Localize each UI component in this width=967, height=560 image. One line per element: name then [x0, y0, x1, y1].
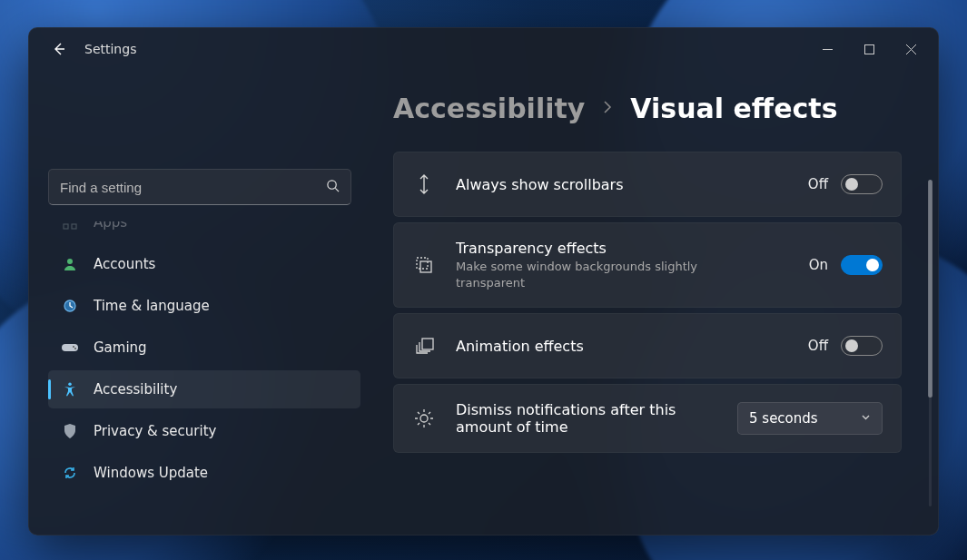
sidebar-item-label: Time & language — [94, 298, 210, 314]
svg-point-15 — [420, 415, 428, 422]
sidebar-item-gaming[interactable]: Gaming — [48, 329, 360, 367]
svg-rect-12 — [417, 258, 428, 269]
svg-rect-0 — [864, 44, 873, 54]
toggle-state-label: Off — [808, 176, 828, 192]
setting-title: Dismiss notifications after this amount … — [456, 401, 683, 436]
app-title: Settings — [84, 42, 136, 56]
breadcrumb: Accessibility Visual effects — [393, 93, 913, 124]
setting-title: Always show scrollbars — [456, 176, 788, 193]
sidebar-item-privacy-security[interactable]: Privacy & security — [48, 412, 360, 450]
settings-window: Settings — [28, 27, 939, 535]
update-icon — [61, 464, 79, 482]
svg-rect-14 — [422, 339, 433, 349]
animation-toggle[interactable] — [841, 336, 883, 356]
close-icon — [906, 44, 916, 54]
search-icon — [326, 179, 340, 196]
setting-title: Transparency effects — [456, 240, 789, 257]
maximize-icon — [864, 44, 874, 54]
setting-scrollbars[interactable]: Always show scrollbars Off — [393, 152, 902, 217]
sidebar-item-label: Windows Update — [94, 465, 208, 481]
titlebar: Settings — [28, 27, 939, 71]
svg-rect-13 — [420, 261, 431, 272]
dismiss-time-dropdown[interactable]: 5 seconds — [737, 402, 883, 435]
chevron-right-icon — [601, 100, 614, 117]
brightness-icon — [412, 408, 436, 428]
person-icon — [61, 255, 79, 273]
scrollbar-thumb[interactable] — [928, 180, 932, 398]
dropdown-value: 5 seconds — [749, 410, 818, 427]
content-scrollbar[interactable] — [929, 180, 932, 506]
sidebar-item-accounts[interactable]: Accounts — [48, 245, 360, 283]
setting-transparency[interactable]: Transparency effects Make some window ba… — [393, 222, 902, 308]
apps-icon — [61, 221, 79, 231]
sidebar-item-label: Accounts — [94, 256, 155, 272]
shield-icon — [61, 422, 79, 440]
toggle-state-label: Off — [808, 338, 828, 354]
minimize-icon — [823, 44, 833, 54]
sidebar-item-time-language[interactable]: Time & language — [48, 287, 360, 325]
toggle-state-label: On — [809, 257, 828, 273]
sidebar-item-label: Accessibility — [94, 381, 177, 398]
gamepad-icon — [61, 339, 79, 357]
transparency-icon — [412, 255, 436, 275]
search-box[interactable] — [48, 169, 351, 205]
breadcrumb-current: Visual effects — [630, 93, 837, 124]
sidebar-item-accessibility[interactable]: Accessibility — [48, 370, 360, 408]
sidebar: Apps Accounts Time & language — [28, 71, 380, 535]
scrollbars-toggle[interactable] — [841, 174, 883, 194]
sidebar-nav: Apps Accounts Time & language — [48, 221, 360, 530]
chevron-down-icon — [861, 412, 871, 425]
back-button[interactable] — [44, 34, 74, 64]
sidebar-item-label: Privacy & security — [94, 423, 216, 439]
sidebar-item-windows-update[interactable]: Windows Update — [48, 454, 360, 492]
svg-point-11 — [68, 383, 72, 387]
minimize-button[interactable] — [806, 31, 848, 67]
svg-point-9 — [73, 346, 74, 348]
svg-rect-5 — [72, 224, 76, 229]
svg-rect-4 — [64, 224, 68, 229]
breadcrumb-parent[interactable]: Accessibility — [393, 93, 585, 124]
setting-animation[interactable]: Animation effects Off — [393, 313, 902, 378]
close-button[interactable] — [890, 31, 932, 67]
sidebar-item-label: Apps — [94, 221, 127, 231]
clock-globe-icon — [61, 297, 79, 315]
search-input[interactable] — [60, 180, 326, 195]
scrollbar-icon — [412, 174, 436, 194]
svg-point-6 — [67, 259, 73, 264]
maximize-button[interactable] — [848, 31, 890, 67]
setting-title: Animation effects — [456, 338, 788, 355]
setting-dismiss-notifications[interactable]: Dismiss notifications after this amount … — [393, 384, 902, 453]
sidebar-item-label: Gaming — [94, 339, 147, 356]
sidebar-item-apps[interactable]: Apps — [48, 221, 360, 241]
animation-icon — [412, 338, 436, 354]
setting-description: Make some window backgrounds slightly tr… — [456, 259, 701, 290]
transparency-toggle[interactable] — [841, 255, 883, 275]
window-controls — [806, 31, 932, 67]
svg-rect-8 — [62, 344, 78, 351]
content-area: Accessibility Visual effects Always show… — [380, 71, 939, 535]
accessibility-icon — [61, 380, 79, 398]
svg-point-10 — [74, 348, 76, 349]
arrow-left-icon — [52, 42, 66, 56]
svg-point-1 — [328, 180, 336, 188]
